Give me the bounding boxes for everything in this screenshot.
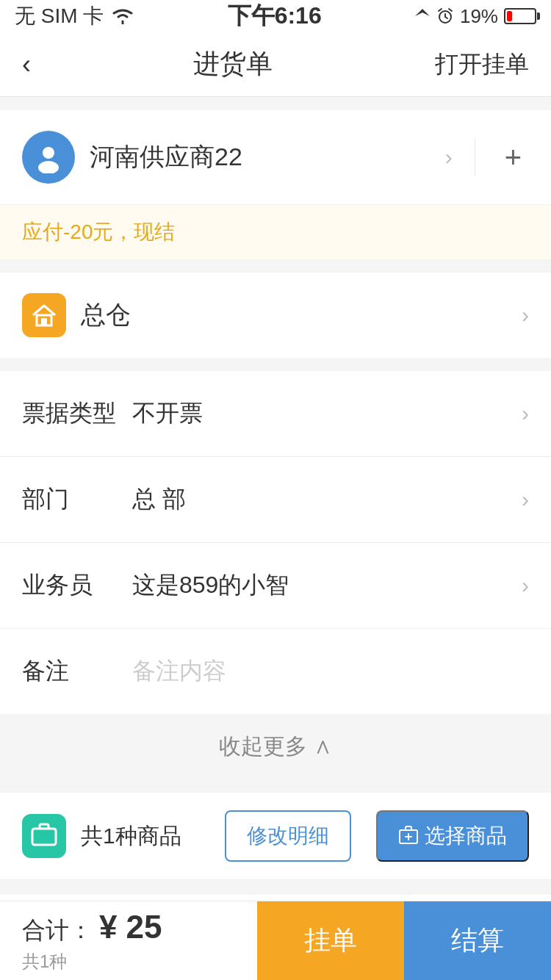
products-header: 共1种商品 修改明细 选择商品 (0, 793, 551, 880)
staff-row[interactable]: 业务员 这是859的小智 › (0, 543, 551, 629)
select-product-button[interactable]: 选择商品 (376, 810, 529, 862)
supplier-chevron-icon: › (445, 145, 453, 170)
page-title: 进货单 (193, 46, 273, 82)
total-label-row: 合计： ¥ 25 (22, 909, 235, 947)
form-section: 票据类型 不开票 › 部门 总 部 › 业务员 这是859的小智 › 备注 备注… (0, 371, 551, 714)
total-label: 合计： (22, 917, 93, 943)
supplier-section: 河南供应商22 › + 应付-20元，现结 (0, 110, 551, 259)
battery-icon (504, 8, 536, 24)
invoice-row[interactable]: 票据类型 不开票 › (0, 371, 551, 457)
back-button[interactable]: ‹ (22, 49, 31, 80)
add-supplier-button[interactable]: + (497, 141, 529, 174)
collapse-label: 收起更多 ∧ (219, 732, 331, 762)
dept-value: 总 部 (118, 483, 522, 516)
warehouse-row[interactable]: 总仓 › (0, 273, 551, 358)
vertical-divider (475, 139, 475, 176)
supplier-avatar (22, 131, 75, 184)
svg-point-2 (38, 161, 59, 173)
invoice-label: 票据类型 (22, 397, 118, 430)
status-bar: 无 SIM 卡 下午6:16 19% (0, 0, 551, 32)
alarm-icon (436, 7, 454, 25)
remark-label: 备注 (22, 655, 118, 688)
wifi-icon (111, 8, 134, 24)
warehouse-section: 总仓 › (0, 273, 551, 358)
edit-detail-button[interactable]: 修改明细 (225, 810, 351, 862)
location-icon (414, 8, 431, 24)
supplier-row[interactable]: 河南供应商22 › + (0, 110, 551, 205)
supplier-name: 河南供应商22 (90, 140, 431, 174)
select-product-icon (398, 826, 419, 846)
svg-point-1 (43, 147, 54, 159)
staff-chevron-icon: › (522, 573, 529, 598)
dept-label: 部门 (22, 483, 118, 516)
staff-label: 业务员 (22, 569, 118, 602)
products-icon (22, 814, 66, 858)
status-time: 下午6:16 (228, 0, 322, 32)
warehouse-name: 总仓 (81, 298, 507, 332)
person-icon (32, 141, 65, 173)
warehouse-chevron-icon: › (522, 303, 529, 328)
status-left: 无 SIM 卡 (15, 2, 134, 30)
remark-input[interactable]: 备注内容 (118, 655, 529, 688)
cart-icon (31, 823, 57, 849)
home-icon (31, 302, 57, 328)
collapse-toggle[interactable]: 收起更多 ∧ (0, 714, 551, 779)
invoice-chevron-icon: › (522, 401, 529, 426)
carrier-text: 无 SIM 卡 (15, 2, 104, 30)
remark-row[interactable]: 备注 备注内容 (0, 629, 551, 714)
warehouse-icon (22, 293, 66, 337)
svg-rect-5 (32, 829, 56, 845)
checkout-button[interactable]: 结算 (404, 901, 551, 981)
total-count: 共1种 (22, 950, 235, 973)
dept-chevron-icon: › (522, 487, 529, 512)
status-right: 19% (414, 5, 536, 28)
dept-row[interactable]: 部门 总 部 › (0, 457, 551, 543)
battery-text: 19% (460, 5, 498, 28)
select-product-label: 选择商品 (425, 822, 507, 850)
total-section: 合计： ¥ 25 共1种 (0, 909, 257, 973)
bottom-bar: 合计： ¥ 25 共1种 挂单 结算 (0, 901, 551, 980)
open-suspend-button[interactable]: 打开挂单 (435, 48, 529, 81)
divider-3 (0, 358, 551, 371)
nav-bar: ‹ 进货单 打开挂单 (0, 32, 551, 97)
total-amount: ¥ 25 (99, 909, 162, 945)
divider-2 (0, 259, 551, 273)
svg-rect-4 (41, 318, 47, 325)
warning-banner: 应付-20元，现结 (0, 205, 551, 259)
products-count: 共1种商品 (81, 821, 210, 851)
invoice-value: 不开票 (118, 397, 522, 430)
divider-4 (0, 779, 551, 793)
staff-value: 这是859的小智 (118, 569, 522, 602)
suspend-button[interactable]: 挂单 (257, 901, 404, 981)
divider-1 (0, 97, 551, 110)
